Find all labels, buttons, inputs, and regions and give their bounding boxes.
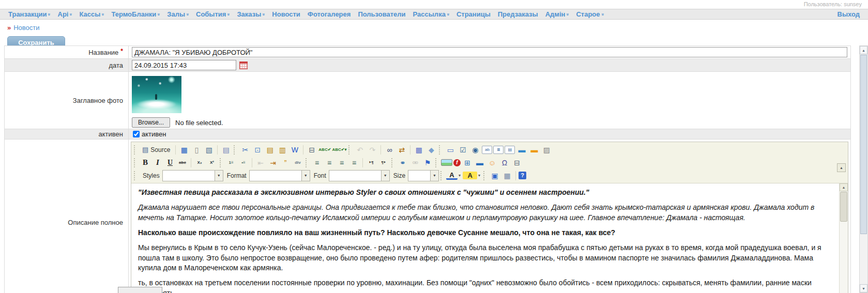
chevron-down-icon[interactable]: ▾ (478, 173, 480, 178)
show-blocks-button[interactable]: ▦ (501, 171, 513, 181)
toolbar-separator (515, 171, 516, 180)
browse-button[interactable]: Browse... (132, 117, 170, 128)
align-left-button[interactable]: ≡ (311, 158, 323, 168)
table-button[interactable]: ⊞ (462, 158, 473, 168)
div-container-button[interactable]: div (292, 158, 303, 168)
nav-item[interactable]: Залы» (167, 10, 189, 18)
background-color-button[interactable]: A (463, 172, 477, 179)
horizontal-line-button[interactable]: ▬ (474, 158, 485, 168)
editor-text: "Известная певица рассказала в эксклюзив… (131, 183, 848, 293)
font-dropdown[interactable]: ▼ (329, 170, 390, 181)
size-dropdown[interactable]: ▼ (408, 170, 439, 181)
paste-as-text-button[interactable]: ▥ (277, 145, 288, 155)
blockquote-button[interactable]: ” (280, 158, 291, 168)
title-input[interactable] (132, 47, 847, 57)
page-scrollbar[interactable]: ▲ ▼ (859, 45, 868, 293)
text-field-button[interactable]: ab (482, 146, 492, 154)
selection-field-button[interactable]: ▤ (505, 146, 515, 154)
nav-item[interactable]: Пользователи (358, 10, 405, 18)
button-field-button[interactable]: ▬ (516, 145, 527, 155)
save-button[interactable]: ▦ (178, 145, 190, 155)
editor-paragraph: ть, в остановках на третьем поселении по… (138, 278, 832, 293)
subscript-button[interactable]: X₂ (194, 158, 205, 168)
logout-link[interactable]: Выход (837, 10, 860, 18)
editor-content-area[interactable]: "Известная певица рассказала в эксклюзив… (131, 183, 848, 293)
image-button[interactable] (441, 159, 452, 166)
text-direction-ltr-button[interactable]: ‣¶ (366, 158, 377, 168)
anchor-button[interactable]: ⚑ (422, 158, 433, 168)
radio-button-button[interactable]: ◉ (469, 145, 481, 155)
format-dropdown[interactable]: ▼ (249, 170, 310, 181)
date-input[interactable] (132, 60, 236, 70)
active-checkbox[interactable] (133, 131, 140, 137)
bold-button[interactable]: B (140, 158, 151, 168)
page-scrollbar-thumb[interactable] (860, 55, 867, 234)
image-button-button[interactable]: ▬ (528, 145, 540, 155)
numbered-list-button[interactable]: 1≡ (225, 158, 237, 168)
paste-button[interactable]: ▤ (264, 145, 276, 155)
flash-button[interactable]: f (453, 159, 461, 166)
nav-item[interactable]: Рассылка» (413, 10, 449, 18)
form-button[interactable]: ▭ (445, 145, 456, 155)
source-button[interactable]: ▤Source (140, 144, 173, 156)
editor-scrollbar[interactable]: ▲ ▼ (839, 183, 848, 293)
smiley-button[interactable]: ☺ (486, 158, 498, 168)
styles-dropdown[interactable]: ▼ (162, 170, 223, 181)
replace-button[interactable]: ⇄ (396, 145, 407, 155)
nav-item[interactable]: Новости (272, 10, 300, 18)
select-all-button[interactable]: ▩ (413, 145, 424, 155)
maximize-button[interactable]: ▣ (489, 171, 500, 181)
nav-item[interactable]: Заказы» (237, 10, 265, 18)
spell-check-button[interactable]: ABC✔ (318, 145, 331, 155)
underline-button[interactable]: U (164, 158, 176, 168)
editor-scrollbar-thumb[interactable] (840, 192, 847, 222)
align-right-button[interactable]: ≡ (336, 158, 347, 168)
chevron-down-icon[interactable]: ▾ (459, 173, 461, 178)
justify-button[interactable]: ≡ (348, 158, 360, 168)
description-label-text: Описание полное (68, 219, 123, 226)
paste-from-word-button[interactable]: W (289, 145, 300, 155)
nav-item[interactable]: Транзакции» (8, 10, 51, 18)
page-scroll-down-icon[interactable]: ▼ (860, 284, 867, 292)
checkbox-field-button[interactable]: ☑ (457, 145, 468, 155)
bulleted-list-button[interactable]: •≡ (238, 158, 249, 168)
photo-label: Заглавное фото (5, 72, 129, 129)
nav-item[interactable]: Страницы (456, 10, 491, 18)
spell-check-as-you-type-button[interactable]: ABC✔▾ (332, 145, 346, 155)
text-direction-rtl-button[interactable]: ¶‣ (378, 158, 389, 168)
preview-button[interactable]: ▧ (203, 145, 215, 155)
align-center-button[interactable]: ≡ (324, 158, 335, 168)
nav-item[interactable]: Предзаказы (498, 10, 538, 18)
cut-button[interactable]: ✂ (239, 145, 251, 155)
breadcrumb-news-link[interactable]: Новости (13, 24, 39, 32)
nav-item[interactable]: Фотогалерея (308, 10, 351, 18)
page-scroll-up-icon[interactable]: ▲ (860, 46, 867, 54)
nav-item[interactable]: ТермоБланки» (111, 10, 160, 18)
nav-item[interactable]: События» (196, 10, 230, 18)
find-button[interactable]: ∞ (384, 145, 395, 155)
link-button[interactable]: ⚭ (397, 158, 408, 168)
nav-item[interactable]: Api» (58, 10, 72, 18)
remove-format-button[interactable]: ◆ (425, 145, 437, 155)
nav-item[interactable]: Адмін» (545, 10, 569, 18)
hidden-field-button[interactable]: ▨ (541, 145, 552, 155)
superscript-button[interactable]: X² (206, 158, 218, 168)
chevron-down-icon: ▼ (430, 171, 438, 181)
print-button[interactable]: ⊟ (306, 145, 317, 155)
templates-button[interactable]: ▤ (220, 145, 232, 155)
new-page-button[interactable]: ▯ (191, 145, 202, 155)
increase-indent-button[interactable]: ⇥ (267, 158, 279, 168)
calendar-icon[interactable] (239, 61, 248, 69)
text-color-button[interactable]: A (446, 171, 458, 180)
toolbar-collapse-button[interactable]: ▲ (837, 163, 846, 172)
about-button[interactable]: ? (519, 172, 526, 179)
special-character-button[interactable]: Ω (499, 158, 510, 168)
scroll-up-icon[interactable]: ▲ (840, 183, 848, 191)
nav-item[interactable]: Кассы» (79, 10, 104, 18)
italic-button[interactable]: I (152, 158, 163, 168)
copy-button[interactable]: ⊡ (252, 145, 263, 155)
strike-through-button[interactable]: abc (177, 158, 188, 168)
page-break-button[interactable]: ⊟ (511, 158, 523, 168)
nav-item[interactable]: Старое» (576, 10, 603, 18)
textarea-field-button[interactable]: ≣ (493, 146, 504, 154)
